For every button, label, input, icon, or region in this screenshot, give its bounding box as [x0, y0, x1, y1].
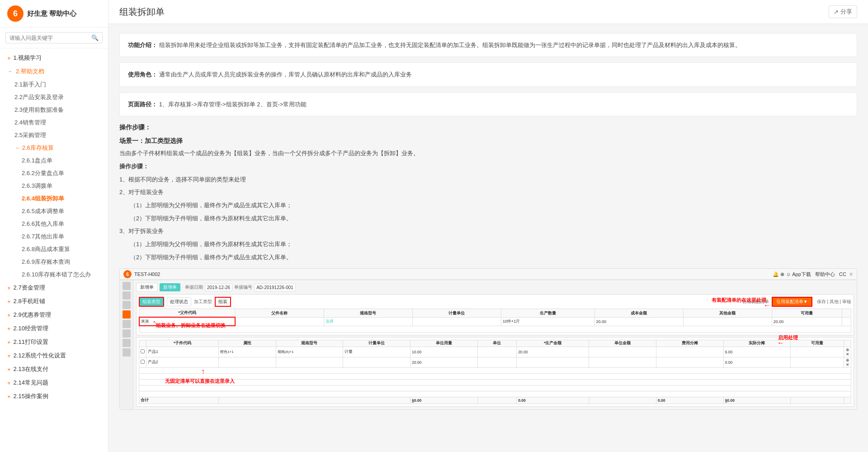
step3b: （2）下部明细为子件明细，最终作为产成品生成其它入库单。	[119, 252, 857, 263]
sidebar-item-2.6.6[interactable]: 2.6.6其他入库单	[0, 218, 108, 230]
nav-label: 2.6.4组装拆卸单	[22, 195, 64, 202]
mock-tab-edit[interactable]: 新增单	[160, 283, 180, 291]
nav-label: 2.5采购管理	[14, 132, 46, 138]
path-text: 1、库存核算->库存管理->组装拆卸单 2、首页->常用功能	[159, 101, 307, 108]
mock-docnum-value: AD-20191226-001	[254, 284, 296, 291]
sidebar-item-2.14[interactable]: + 2.14常见问题	[0, 376, 108, 390]
sidebar-item-2.6.9[interactable]: 2.6.9库存账本查询	[0, 256, 108, 268]
expand-icon: +	[7, 298, 11, 305]
nav-label: 2.6.6其他入库单	[22, 220, 64, 227]
mock-upper-section: 组装类型 处理状态 加工类型 组装 引用装配清单 引用装配清单▼ 保存 | 其他…	[136, 294, 854, 335]
sidebar-item-2.13[interactable]: + 2.13在线支付	[0, 362, 108, 376]
nav-label: 2.6.3调拨单	[22, 182, 52, 189]
share-icon: ↗	[834, 9, 839, 15]
mock-search-assembly-btn[interactable]: 引用装配清单▼	[772, 297, 812, 307]
mock-status-btn[interactable]: 处理状态	[167, 297, 191, 306]
nav-label: 2.帮助文档	[16, 67, 44, 76]
mock-upper-table: *父件代码 父件名称 规格型号 计量单位 生产数量 成本金额 其他金额 可用量	[139, 309, 851, 333]
nav-label: 2.7资金管理	[14, 284, 45, 292]
sidebar-item-2.11[interactable]: + 2.11打印设置	[0, 335, 108, 349]
intro-text: 组装拆卸单用来处理企业组装或拆卸等加工业务，支持有固定装配清单的产品加工业务，也…	[159, 42, 741, 48]
mock-type-selector[interactable]: 组装类型	[139, 297, 164, 307]
search-icon[interactable]: 🔍	[91, 34, 99, 41]
logo-area: 6 好生意 帮助中心	[0, 0, 108, 28]
nav-label: 2.9优惠券管理	[14, 311, 51, 319]
mock-tabs-row: 新增单 新增单 单据日期 2019-12-26 单据编号 AD-20191226…	[136, 283, 854, 292]
mock-close-icon[interactable]: ✕	[849, 271, 853, 277]
intro-label: 功能介绍：	[128, 42, 157, 48]
sidebar-item-2.10[interactable]: + 2.10经营管理	[0, 322, 108, 335]
expand-icon: +	[7, 366, 11, 373]
nav-label: 2.6.10库存账本错了怎么办	[22, 271, 91, 278]
mock-logo: 6	[123, 270, 132, 278]
sidebar-item-2.12[interactable]: + 2.12系统个性化设置	[0, 349, 108, 362]
sidebar-item-2.6.4[interactable]: 2.6.4组装拆卸单	[0, 192, 108, 205]
nav-label: 2.10经营管理	[14, 324, 48, 333]
sidebar-item-2.6.8[interactable]: 2.6.8商品成本重算	[0, 243, 108, 256]
mock-assembly-value[interactable]: 组装	[215, 297, 231, 307]
mock-ui: 6 TEST-H002 🔔 ⊕ ☺ App下载 帮助中心 CC ✕	[120, 269, 857, 409]
mock-tab-add[interactable]: 新增单	[136, 283, 158, 292]
sidebar-item-2.6.10[interactable]: 2.6.10库存账本错了怎么办	[0, 268, 108, 281]
sidebar-item-2.7[interactable]: + 2.7资金管理	[0, 281, 108, 295]
search-box[interactable]: 🔍	[5, 32, 103, 43]
sidebar-item-2.3[interactable]: 2.3使用前数据准备	[0, 104, 108, 116]
nav-label: 2.6.5成本调整单	[22, 208, 64, 214]
logo-text: 好生意 帮助中心	[27, 10, 76, 18]
main-content: 组装拆卸单 ↗ 分享 功能介绍： 组装拆卸单用来处理企业组装或拆卸等加工业务，支…	[108, 0, 868, 452]
sidebar-item-2.1[interactable]: 2.1新手入门	[0, 78, 108, 91]
role-text: 通常由生产人员或库管人员完成拆装业务的操作，库管人员确认原材料的出库和产成品的入…	[159, 71, 412, 78]
scenario1-desc: 当由多个子件材料组装成一个成品的业务为【组装】业务，当由一个父件拆分成多个子产品…	[119, 148, 857, 159]
role-block: 使用角色： 通常由生产人员或库管人员完成拆装业务的操作，库管人员确认原材料的出库…	[119, 62, 857, 86]
nav-label: 2.11打印设置	[14, 338, 48, 346]
mock-date-label: 单据日期	[185, 284, 203, 290]
sidebar-item-2.6.5[interactable]: 2.6.5成本调整单	[0, 205, 108, 218]
sidebar-item-2.6.3[interactable]: 2.6.3调拨单	[0, 180, 108, 192]
content-area: 功能介绍： 组装拆卸单用来处理企业组装或拆卸等加工业务，支持有固定装配清单的产品…	[108, 24, 868, 452]
sidebar-item-2.4[interactable]: 2.4销售管理	[0, 116, 108, 129]
expand-icon: +	[7, 312, 11, 319]
sidebar-item-docs[interactable]: － 2.帮助文档	[0, 65, 108, 78]
nav-label: 2.14常见问题	[14, 379, 48, 387]
mock-buttons: 保存 | 其他 | 审核	[817, 299, 851, 305]
sidebar-item-2.6.1[interactable]: 2.6.1盘点单	[0, 154, 108, 167]
sidebar-item-videos[interactable]: + 1.视频学习	[0, 51, 108, 65]
step2a: （1）上部明细为父件明细，最终作为产成品生成其它入库单；	[119, 200, 857, 211]
step2b: （2）下部明细为子件明细，最终作为原材料生成其它出库单。	[119, 213, 857, 224]
mock-left-icons	[120, 280, 133, 409]
nav-label: 2.4销售管理	[14, 119, 46, 126]
mock-lower-section: *子件代码 属性 规格型号 计量单位 单位用量 单位 *生产金额 单位金额 费用	[136, 337, 854, 407]
mock-assembly-type: 加工类型	[194, 299, 212, 305]
nav-label: 1.视频学习	[14, 54, 42, 62]
mock-date-value: 2019-12-26	[205, 284, 232, 291]
nav-label: 2.6.8商品成本重算	[22, 246, 70, 252]
top-bar: 组装拆卸单 ↗ 分享	[108, 0, 868, 24]
nav-label: 2.6.1盘点单	[22, 157, 52, 164]
collapse-icon: －	[7, 67, 13, 76]
nav-label: 2.2产品安装及登录	[14, 94, 64, 100]
search-input[interactable]	[9, 35, 91, 41]
sidebar-item-2.8[interactable]: + 2.8手机旺铺	[0, 295, 108, 308]
nav-label: 2.6.2分量盘点单	[22, 170, 64, 176]
nav-label: 2.6库存核算	[22, 144, 54, 151]
expand-icon: +	[7, 339, 11, 346]
logo-icon: 6	[7, 5, 24, 22]
sidebar-item-2.9[interactable]: + 2.9优惠券管理	[0, 308, 108, 322]
nav-label: 2.1新手入门	[14, 81, 46, 88]
sidebar-item-2.6.2[interactable]: 2.6.2分量盘点单	[0, 167, 108, 180]
sidebar-item-2.6[interactable]: － 2.6库存核算	[0, 142, 108, 154]
expand-icon: +	[7, 285, 11, 291]
sidebar-item-2.15[interactable]: + 2.15操作案例	[0, 390, 108, 403]
step3a: （1）上部明细为父件明细，最终作为原材料生成其它出库单；	[119, 239, 857, 250]
page-title: 组装拆卸单	[119, 6, 165, 18]
sidebar-item-2.5[interactable]: 2.5采购管理	[0, 129, 108, 142]
sidebar-item-2.2[interactable]: 2.2产品安装及登录	[0, 91, 108, 104]
mock-system-id: TEST-H002	[134, 271, 160, 277]
expand-icon: +	[7, 380, 11, 386]
sidebar: 6 好生意 帮助中心 🔍 + 1.视频学习 － 2.帮助文档 2.1新手入门 2…	[0, 0, 108, 452]
nav-label: 2.15操作案例	[14, 392, 48, 400]
sidebar-item-2.6.7[interactable]: 2.6.7其他出库单	[0, 230, 108, 243]
share-button[interactable]: ↗ 分享	[829, 5, 857, 18]
nav-tree: + 1.视频学习 － 2.帮助文档 2.1新手入门 2.2产品安装及登录 2.3…	[0, 48, 108, 452]
mock-nav-icons: 🔔 ⊕ ☺ App下载 帮助中心 CC	[773, 271, 846, 278]
